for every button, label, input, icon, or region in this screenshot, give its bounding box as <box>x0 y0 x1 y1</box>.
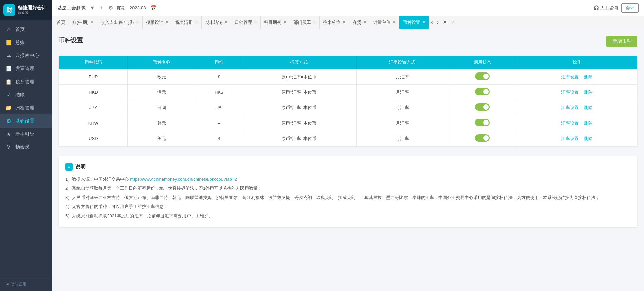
period-label: 账期 <box>117 5 126 11</box>
tab-8[interactable]: 部门员工✕ <box>290 16 320 29</box>
tab-close-11[interactable]: ✕ <box>393 20 396 25</box>
tab-11[interactable]: 计量单位✕ <box>370 16 399 29</box>
sidebar-item-guide[interactable]: ★新手引导 <box>0 128 52 141</box>
nav-icon-invoice: 🧾 <box>5 65 12 72</box>
cell-4-2: $ <box>196 131 242 146</box>
notice-section: ≡ 说明 1）数据来源：中国外汇交易中心 https://www.chinamo… <box>59 156 637 227</box>
toggle-switch[interactable] <box>475 103 490 111</box>
action-汇率设置-0[interactable]: 汇率设置 <box>561 74 579 79</box>
action-汇率设置-1[interactable]: 汇率设置 <box>561 90 579 95</box>
tab-4[interactable]: 税表清册✕ <box>172 16 202 29</box>
toggle-switch[interactable] <box>475 88 490 95</box>
tab-10[interactable]: 存货✕ <box>349 16 370 29</box>
tab-close-3[interactable]: ✕ <box>165 20 168 25</box>
cell-1-4: 月汇率 <box>356 85 448 100</box>
action-汇率设置-2[interactable]: 汇率设置 <box>561 105 579 110</box>
sidebar-item-settings[interactable]: ⚙基础设置 <box>0 114 52 128</box>
toggle-0[interactable] <box>448 69 517 85</box>
cell-3-4: 月汇率 <box>356 115 448 131</box>
currency-table: 币种代码币种名称币符折算方式汇率设置方式启用状态操作 EUR欧元€原币*汇率=本… <box>59 56 637 146</box>
tab-5[interactable]: 期末结转✕ <box>202 16 231 29</box>
tab-close-6[interactable]: ✕ <box>254 20 257 25</box>
nav-label-tax: 税务管理 <box>15 79 34 85</box>
tab-1[interactable]: 账(中期)✕ <box>69 16 97 29</box>
toggle-switch[interactable] <box>475 72 490 80</box>
calendar-icon[interactable]: 📅 <box>150 5 157 11</box>
actions-4: 汇率设置删除 <box>517 131 637 146</box>
nav-label-ledger: 总账 <box>15 40 25 46</box>
content-area: 币种设置 新增币种 币种代码币种名称币符折算方式汇率设置方式启用状态操作 EUR… <box>52 29 644 291</box>
tab-close-1[interactable]: ✕ <box>91 20 94 25</box>
tab-close-7[interactable]: ✕ <box>283 20 286 25</box>
sidebar-item-archive[interactable]: 📁归档管理 <box>0 101 52 114</box>
tab-label-9: 往来单位 <box>323 19 340 26</box>
tab-2[interactable]: 收入支出表(年报)✕ <box>97 16 143 29</box>
cell-1-2: HK$ <box>196 85 242 100</box>
add-icon[interactable]: ＋ <box>99 4 104 11</box>
tab-7[interactable]: 科目期初✕ <box>261 16 290 29</box>
tab-scroll-left[interactable]: ‹ <box>429 16 435 29</box>
action-汇率设置-3[interactable]: 汇率设置 <box>561 120 579 126</box>
tab-3[interactable]: 模版设计✕ <box>143 16 172 29</box>
tab-close-4[interactable]: ✕ <box>195 20 198 25</box>
tab-label-12: 币种设置 <box>403 19 420 26</box>
action-删除-3[interactable]: 删除 <box>584 120 593 126</box>
sidebar-item-home[interactable]: ⌂首页 <box>0 23 52 36</box>
tab-close-2[interactable]: ✕ <box>136 20 139 25</box>
tab-9[interactable]: 往来单位✕ <box>320 16 349 29</box>
sidebar-item-member[interactable]: V畅会员 <box>0 141 52 153</box>
cell-0-3: 原币*汇率=本位币 <box>241 69 356 85</box>
expand-tab[interactable]: ⤢ <box>449 16 457 29</box>
tab-scroll-right[interactable]: › <box>435 16 441 29</box>
notice-item-1: 2）系统自动获取每月第一个工作日的汇率标价，统一为直接标价法，即1外币可以兑换的… <box>65 184 631 193</box>
tab-label-5: 期末结转 <box>205 19 222 26</box>
logo-sub-text: 旗舰版 <box>18 11 46 15</box>
tab-label-4: 税表清册 <box>175 19 193 26</box>
toggle-2[interactable] <box>448 100 517 115</box>
topbar: 基层工会测试 ▼ ＋ ⚙ 账期 2023-03 📅 🎧 人工咨询 会计 <box>52 0 644 16</box>
period-value[interactable]: 2023-03 <box>130 5 146 10</box>
action-汇率设置-4[interactable]: 汇率设置 <box>561 136 579 141</box>
headset-icon: 🎧 <box>594 5 599 10</box>
toggle-switch[interactable] <box>475 119 490 126</box>
cell-0-2: € <box>196 69 242 85</box>
toggle-3[interactable] <box>448 115 517 131</box>
nav-icon-reports: ☁ <box>5 52 12 59</box>
tab-0[interactable]: 首页 <box>53 16 69 29</box>
tab-close-5[interactable]: ✕ <box>224 20 227 25</box>
toggle-4[interactable] <box>448 131 517 146</box>
consult-button[interactable]: 🎧 人工咨询 <box>594 5 618 11</box>
sidebar-item-invoice[interactable]: 🧾发票管理 <box>0 62 52 75</box>
table-row: EUR欧元€原币*汇率=本位币月汇率汇率设置删除 <box>59 69 637 85</box>
toggle-1[interactable] <box>448 85 517 100</box>
action-删除-2[interactable]: 删除 <box>584 105 593 110</box>
tab-12[interactable]: 币种设置✕ <box>399 16 429 29</box>
notice-item-0: 1）数据来源：中国外汇交易中心 https://www.chinamoney.c… <box>65 175 631 184</box>
sidebar-item-ledger[interactable]: 📒总账 <box>0 36 52 49</box>
tab-close-12[interactable]: ✕ <box>422 20 425 25</box>
cell-2-1: 日圆 <box>127 100 196 115</box>
sidebar-item-reports[interactable]: ☁云报表中心 <box>0 49 52 62</box>
dropdown-icon[interactable]: ▼ <box>90 5 95 11</box>
action-删除-4[interactable]: 删除 <box>584 136 593 141</box>
settings-icon[interactable]: ⚙ <box>108 5 113 11</box>
toggle-switch[interactable] <box>475 134 490 142</box>
new-currency-button[interactable]: 新增币种 <box>606 36 637 47</box>
tab-close-8[interactable]: ✕ <box>313 20 316 25</box>
action-删除-1[interactable]: 删除 <box>584 90 593 95</box>
table-row: JPY日圆J¥原币*汇率=本位币月汇率汇率设置删除 <box>59 100 637 115</box>
sidebar-pin-toggle[interactable]: ◄ 取消固定 <box>0 277 52 291</box>
sidebar-item-settle[interactable]: ✓结账 <box>0 88 52 101</box>
nav-icon-guide: ★ <box>5 131 12 137</box>
accountant-button[interactable]: 会计 <box>621 3 639 13</box>
tab-close-9[interactable]: ✕ <box>342 20 345 25</box>
tab-close-10[interactable]: ✕ <box>363 20 366 25</box>
tab-6[interactable]: 归档管理✕ <box>231 16 261 29</box>
action-删除-0[interactable]: 删除 <box>584 74 593 79</box>
sidebar-item-tax[interactable]: 📋税务管理 <box>0 75 52 88</box>
table-row: HKD港元HK$原币*汇率=本位币月汇率汇率设置删除 <box>59 85 637 100</box>
actions-1: 汇率设置删除 <box>517 85 637 100</box>
nav-label-archive: 归档管理 <box>15 105 34 111</box>
notice-link[interactable]: https://www.chinamoney.com.cn/chinese/bk… <box>130 177 237 182</box>
close-all-tabs[interactable]: ✕ <box>441 16 449 29</box>
